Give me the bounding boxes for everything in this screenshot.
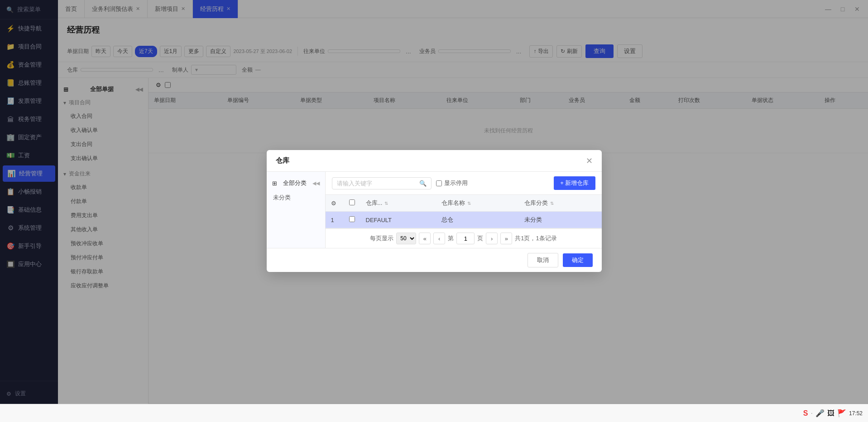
warehouse-dialog: 仓库 ✕ ⊞ 全部分类 ◀◀ 未分类 🔍: [267, 150, 602, 272]
page-label: 第: [448, 234, 454, 243]
col-warehouse-category: 仓库分类 ⇅: [519, 195, 602, 212]
row-name: 总仓: [436, 212, 519, 228]
select-all-dialog-checkbox[interactable]: [349, 199, 355, 205]
last-page-btn[interactable]: »: [500, 233, 512, 244]
dialog-right: 🔍 显示停用 + 新增仓库 ⚙: [326, 172, 602, 248]
sort-code[interactable]: 仓库... ⇅: [366, 199, 388, 207]
dialog-left-header[interactable]: ⊞ 全部分类 ◀◀: [267, 176, 325, 190]
sort-icon-code: ⇅: [384, 201, 388, 206]
row-code: DEFAULT: [360, 212, 436, 228]
taskbar-time: 17:52: [849, 410, 863, 417]
all-category-label: 全部分类: [283, 179, 307, 187]
dialog-table: ⚙ 仓库... ⇅: [326, 195, 602, 228]
cancel-btn[interactable]: 取消: [528, 253, 558, 267]
all-category-icon: ⊞: [272, 180, 277, 187]
col-warehouse-code: 仓库... ⇅: [360, 195, 436, 212]
dialog-left-panel: ⊞ 全部分类 ◀◀ 未分类: [267, 172, 326, 248]
search-icon: 🔍: [419, 180, 427, 187]
per-page-select2[interactable]: 50: [396, 233, 416, 244]
search-input[interactable]: [337, 180, 417, 187]
dialog-toolbar: 🔍 显示停用 + 新增仓库: [326, 172, 602, 195]
col-check: [344, 195, 360, 212]
uncategorized-label: 未分类: [273, 194, 291, 201]
dialog-header: 仓库 ✕: [267, 150, 602, 172]
total-info: 共1页，1条记录: [515, 234, 556, 243]
row-checkbox[interactable]: [344, 212, 360, 228]
show-disabled-checkbox[interactable]: 显示停用: [436, 179, 468, 187]
taskbar-flag-icon[interactable]: 🚩: [837, 409, 846, 417]
taskbar: S · 🎤 🖼 🚩 17:52: [0, 404, 868, 422]
first-page-btn[interactable]: «: [419, 233, 431, 244]
row-category: 未分类: [519, 212, 602, 228]
per-page-label2: 每页显示: [370, 234, 393, 243]
page-number-input[interactable]: [456, 233, 475, 244]
row-id: 1: [326, 212, 344, 228]
dialog-close-btn[interactable]: ✕: [586, 157, 593, 165]
page-unit: 页: [477, 234, 483, 243]
dialog-collapse-icon[interactable]: ◀◀: [312, 180, 320, 186]
overlay: 仓库 ✕ ⊞ 全部分类 ◀◀ 未分类 🔍: [0, 0, 868, 422]
dialog-body: ⊞ 全部分类 ◀◀ 未分类 🔍 显示停用: [267, 172, 602, 248]
show-disabled-input[interactable]: [436, 180, 442, 186]
add-warehouse-btn[interactable]: + 新增仓库: [554, 176, 595, 190]
taskbar-mic-icon[interactable]: 🎤: [815, 409, 825, 417]
taskbar-img-icon[interactable]: 🖼: [827, 409, 834, 417]
table-row[interactable]: 1 DEFAULT 总仓 未分类: [326, 212, 602, 228]
prev-page-btn[interactable]: ‹: [433, 233, 445, 244]
row-select-checkbox[interactable]: [349, 216, 355, 222]
sort-icon-category: ⇅: [550, 201, 554, 206]
uncategorized-item[interactable]: 未分类: [267, 190, 325, 205]
sort-category[interactable]: 仓库分类 ⇅: [524, 199, 554, 207]
show-disabled-label: 显示停用: [444, 179, 468, 187]
taskbar-icon-dot: ·: [811, 409, 813, 417]
next-page-btn[interactable]: ›: [486, 233, 498, 244]
taskbar-icon-s[interactable]: S: [803, 409, 808, 417]
dialog-title: 仓库: [276, 156, 289, 165]
col-warehouse-name: 仓库名称 ⇅: [436, 195, 519, 212]
sort-name[interactable]: 仓库名称 ⇅: [441, 199, 471, 207]
dialog-pagination: 每页显示 50 « ‹ 第 页 › » 共1页，1条记录: [326, 228, 602, 248]
dialog-table-wrapper: ⚙ 仓库... ⇅: [326, 195, 602, 228]
sort-icon-name: ⇅: [467, 201, 471, 206]
dialog-search[interactable]: 🔍: [332, 177, 432, 189]
dialog-footer: 取消 确定: [267, 248, 602, 272]
col-settings: ⚙: [326, 195, 344, 212]
settings-icon3[interactable]: ⚙: [331, 200, 336, 207]
confirm-btn[interactable]: 确定: [563, 253, 593, 267]
